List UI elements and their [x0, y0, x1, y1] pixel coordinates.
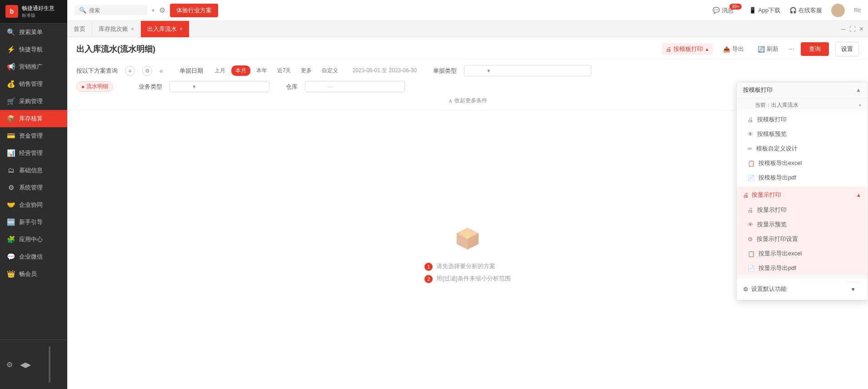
- sidebar-item-basic[interactable]: 🗂 基础信息: [0, 162, 67, 179]
- dropdown-current-chevron[interactable]: ▾: [859, 103, 861, 108]
- sidebar-label-purchase: 采购管理: [19, 97, 43, 105]
- sidebar-item-purchase[interactable]: 🛒 采购管理: [0, 93, 67, 110]
- date-btn-7days[interactable]: 近7天: [273, 65, 295, 76]
- date-range-text: 2023-06-01 至 2023-06-30: [352, 67, 416, 75]
- dropdown-print-display-btn[interactable]: 🖨 按显示打印: [737, 203, 868, 217]
- topbar-search-chevron[interactable]: ▾: [152, 7, 155, 14]
- warehouse-label: 仓库: [286, 83, 298, 91]
- sidebar-item-system[interactable]: ⚙ 系统管理: [0, 179, 67, 196]
- sidebar-item-wechat[interactable]: 💬 企业微信: [0, 248, 67, 265]
- topbar-search-box[interactable]: 🔍: [75, 5, 147, 15]
- sidebar-label-quick: 快捷导航: [19, 45, 43, 54]
- doc-type-chevron: ▾: [487, 67, 490, 74]
- sidebar-item-finance[interactable]: 💳 资金管理: [0, 127, 67, 145]
- sidebar-item-sales[interactable]: 💰 销售管理: [0, 75, 67, 93]
- page-content: 出入库流水(流水明细) 🖨 按模板打印 ▲ 📤 导出 🔄 刷新 ··· 查询 设…: [67, 37, 868, 389]
- dropdown-custom-template-btn[interactable]: ✏ 模板自定义设计: [737, 141, 868, 156]
- sidebar-item-search[interactable]: 🔍 搜索菜单: [0, 24, 67, 41]
- export-pdf-display-label: 按显示导出pdf: [758, 264, 796, 272]
- page-actions: 🖨 按模板打印 ▲ 📤 导出 🔄 刷新 ··· 查询 设置: [662, 42, 859, 56]
- tab-maximize-icon[interactable]: ⛶: [849, 25, 856, 33]
- dropdown-current-item[interactable]: 当前：出入库流水 ▾: [737, 98, 868, 112]
- warehouse-select[interactable]: ···: [305, 81, 405, 92]
- date-btn-current-year[interactable]: 本年: [252, 65, 271, 76]
- app-download-label: App下载: [758, 6, 780, 15]
- tab-flow[interactable]: 出入库流水 ×: [141, 21, 190, 37]
- tab-batch[interactable]: 库存批次账 ×: [92, 21, 141, 37]
- dropdown-export-excel-display-btn[interactable]: 📋 按显示导出excel: [737, 246, 868, 261]
- display-section-chevron[interactable]: ▲: [856, 192, 861, 198]
- topbar-msg[interactable]: 💬 消息 99+: [713, 6, 733, 15]
- topbar-app-download[interactable]: 📱 App下载: [749, 6, 780, 15]
- tab-batch-close[interactable]: ×: [131, 21, 134, 37]
- sidebar-item-vip[interactable]: 👑 畅会员: [0, 265, 67, 283]
- tab-close-page-icon[interactable]: ×: [859, 25, 863, 33]
- refresh-label: 刷新: [767, 45, 778, 53]
- sidebar-item-marketing[interactable]: 📢 营销推广: [0, 58, 67, 75]
- date-btn-current-month[interactable]: 本月: [231, 65, 250, 76]
- custom-template-sub-label: 模板自定义设计: [756, 145, 798, 153]
- dropdown-export-excel-template-btn[interactable]: 📋 按模板导出excel: [737, 156, 868, 170]
- display-section-title: 按显示打印: [752, 191, 781, 199]
- msg-icon: 💬: [713, 7, 720, 14]
- dropdown-print-template-btn[interactable]: 🖨 按模板打印: [737, 112, 868, 127]
- filter-tag-flow[interactable]: ● 流水明细: [76, 81, 113, 92]
- sidebar-label-inventory: 库存核算: [19, 115, 43, 123]
- tab-home[interactable]: 首页: [67, 21, 92, 37]
- export-icon: 📤: [723, 46, 730, 53]
- print-template-btn[interactable]: 🖨 按模板打印 ▲: [662, 43, 713, 55]
- app-download-icon: 📱: [749, 7, 756, 14]
- print-settings-display-label: 按显示打印设置: [757, 235, 798, 243]
- doc-type-select[interactable]: ▾: [464, 65, 591, 76]
- settings-btn[interactable]: 设置: [835, 42, 859, 56]
- dropdown-print-settings-display-btn[interactable]: ⚙ 按显示打印设置: [737, 232, 868, 246]
- business-type-select[interactable]: ▾: [170, 81, 269, 92]
- industry-btn[interactable]: 体验行业方案: [170, 4, 218, 17]
- query-btn[interactable]: 查询: [801, 42, 829, 56]
- dropdown-template-title: 按模板打印: [743, 86, 773, 94]
- dropdown-template-header[interactable]: 按模板打印 ▲: [737, 82, 868, 98]
- dropdown-preview-template-btn[interactable]: 👁 按模板预览: [737, 127, 868, 141]
- date-btn-more[interactable]: 更多: [297, 65, 316, 76]
- dropdown-chevron-up[interactable]: ▲: [856, 87, 861, 93]
- sidebar-item-apps[interactable]: 🧩 应用中心: [0, 231, 67, 248]
- dropdown-footer-chevron[interactable]: ▾: [845, 282, 861, 296]
- topbar-gear-icon[interactable]: ⚙: [159, 6, 165, 15]
- inventory-nav-icon: 📦: [6, 115, 15, 123]
- date-btn-prev-month[interactable]: 上月: [210, 65, 229, 76]
- sidebar-item-quick[interactable]: ⚡ 快捷导航: [0, 41, 67, 58]
- dropdown-display-header[interactable]: 🖨 按显示打印 ▲: [737, 187, 868, 203]
- dropdown-footer[interactable]: ⚙ 设置默认功能 ▾: [737, 278, 868, 300]
- topbar-service[interactable]: 🎧 在线客服: [789, 6, 822, 15]
- refresh-btn[interactable]: 🔄 刷新: [754, 43, 782, 55]
- dropdown-export-pdf-template-btn[interactable]: 📄 按模板导出pdf: [737, 170, 868, 185]
- topbar-search-input[interactable]: [89, 7, 135, 14]
- date-btn-custom[interactable]: 自定义: [318, 65, 342, 76]
- sidebar-item-inventory[interactable]: 📦 库存核算: [0, 110, 67, 127]
- dropdown-export-pdf-display-btn[interactable]: 📄 按显示导出pdf: [737, 261, 868, 275]
- sidebar-item-operations[interactable]: 📊 经营管理: [0, 145, 67, 162]
- more-actions-btn[interactable]: ···: [788, 45, 794, 53]
- topbar-avatar[interactable]: [831, 4, 845, 17]
- export-btn[interactable]: 📤 导出: [719, 43, 748, 55]
- collapse-more-btn[interactable]: ∧ 收起更多条件: [449, 97, 487, 105]
- sidebar-item-corp[interactable]: 🤝 企业协同: [0, 196, 67, 214]
- dropdown-preview-display-btn[interactable]: 👁 按显示预览: [737, 217, 868, 232]
- business-chevron-icon: ▾: [193, 83, 196, 90]
- collapse-chevron-icon: ∧: [449, 98, 453, 104]
- tab-minimize-icon[interactable]: ─: [841, 25, 846, 33]
- filter-add-btn[interactable]: +: [125, 66, 135, 76]
- dropdown-footer-label: 设置默认功能: [751, 285, 787, 293]
- print-template-chevron-up[interactable]: ▲: [705, 47, 709, 52]
- filter-collapse-btn[interactable]: «: [160, 67, 163, 75]
- sidebar-item-guide[interactable]: 🆕 新手引导: [0, 214, 67, 231]
- operations-nav-icon: 📊: [6, 149, 15, 157]
- app-edition: 标准版: [22, 12, 55, 19]
- filter-settings-btn[interactable]: ⚙: [142, 66, 152, 76]
- settings-icon[interactable]: ⚙: [6, 360, 13, 369]
- filter-tag-icon: ●: [81, 84, 85, 90]
- collapse-sidebar-icon[interactable]: ◀▶: [20, 360, 31, 369]
- print-template-icon: 🖨: [666, 46, 672, 53]
- msg-badge: 99+: [729, 4, 742, 10]
- tab-flow-close[interactable]: ×: [180, 21, 183, 37]
